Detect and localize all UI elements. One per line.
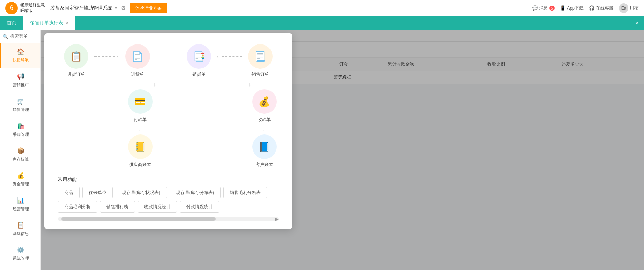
sidebar-item-purchase[interactable]: 🛍️ 采购管理 bbox=[0, 118, 40, 142]
content-area: ❓ 帮助 🖨 按模板打印 ▾ ↑ 导出 🔄 刷新 📅 bbox=[41, 30, 644, 270]
arrow-left-1: ← bbox=[217, 54, 242, 60]
sidebar-item-operation[interactable]: 📊 经营管理 bbox=[0, 192, 40, 217]
purchase-receipt-label: 进货单 bbox=[131, 71, 144, 77]
sales-order-icon: 📃 bbox=[248, 44, 273, 69]
top-right-area: 💬 消息 5 📱 App下载 🎧 在线客服 Ea 用友 bbox=[532, 3, 639, 13]
logo-icon: 6 bbox=[5, 2, 18, 14]
flow-row-1: 📋 进货订单 → 📄 进货单 📑 bbox=[58, 44, 279, 77]
flow-diagram: 📋 进货订单 → 📄 进货单 📑 bbox=[58, 44, 279, 170]
sidebar-item-label: 快捷导航 bbox=[13, 57, 29, 63]
basic-icon: 📋 bbox=[17, 221, 24, 229]
customer-ledger-icon: 📘 bbox=[252, 134, 277, 159]
payment-icon: 💳 bbox=[128, 89, 153, 114]
app-download-button[interactable]: 📱 App下载 bbox=[560, 5, 584, 11]
operation-icon: 📊 bbox=[17, 197, 24, 204]
arrow-left-head-icon: ← bbox=[216, 54, 222, 60]
trial-button[interactable]: 体验行业方案 bbox=[130, 3, 167, 13]
function-button[interactable]: 现存量(库存状况表) bbox=[116, 187, 167, 198]
sales-icon: 🛒 bbox=[17, 97, 24, 105]
service-icon: 🎧 bbox=[589, 5, 594, 11]
message-icon: 💬 bbox=[532, 5, 538, 11]
flow-node-supplier-ledger: 📒 供应商账本 bbox=[126, 134, 155, 168]
tab-close-icon[interactable]: × bbox=[66, 21, 68, 25]
flow-node-receipt: 💰 收款单 bbox=[250, 89, 279, 123]
sidebar-item-finance[interactable]: 💰 资金管理 bbox=[0, 167, 40, 192]
sidebar-item-label: 系统管理 bbox=[13, 256, 29, 262]
system-icon: ⚙️ bbox=[17, 246, 24, 254]
sidebar-item-system[interactable]: ⚙️ 系统管理 bbox=[0, 241, 40, 266]
receipt-icon: 💰 bbox=[252, 89, 277, 114]
tab-sales-order[interactable]: 销售订单执行表 × bbox=[23, 16, 75, 30]
marketing-icon: 📢 bbox=[17, 73, 24, 80]
purchase-icon: 🛍️ bbox=[17, 122, 24, 130]
tab-home[interactable]: 首页 bbox=[0, 16, 23, 30]
arrow-right-1: → bbox=[94, 54, 119, 60]
online-service-button[interactable]: 🎧 在线客服 bbox=[589, 5, 613, 11]
quick-nav-icon: 🏠 bbox=[17, 48, 24, 55]
function-button[interactable]: 商品毛利分析 bbox=[58, 201, 97, 213]
sidebar-item-label: 营销推广 bbox=[13, 82, 29, 88]
sidebar-item-label: 库存核算 bbox=[13, 157, 29, 162]
modal-scrollbar[interactable]: ▶ bbox=[58, 217, 279, 221]
function-button[interactable]: 往来单位 bbox=[82, 187, 113, 198]
receipt-label: 收款单 bbox=[258, 116, 271, 123]
avatar: Ea bbox=[619, 3, 628, 13]
search-menu-button[interactable]: 🔍 搜索菜单 bbox=[0, 30, 40, 43]
scrollbar-thumb[interactable] bbox=[61, 217, 216, 221]
main-layout: 🔍 搜索菜单 🏠 快捷导航 📢 营销推广 🛒 销售管理 🛍️ 采购管理 📦 库存… bbox=[0, 30, 644, 270]
purchase-order-label: 进货订单 bbox=[67, 71, 85, 77]
sidebar-item-marketing[interactable]: 📢 营销推广 bbox=[0, 68, 40, 93]
flow-node-purchase-order: 📋 进货订单 bbox=[58, 44, 94, 77]
function-button[interactable]: 收款情况统计 bbox=[138, 201, 177, 213]
top-bar: 6 畅康通好生意 旺辅版 装备及固定资产辅助管理系统 ▾ ⚙ 体验行业方案 💬 … bbox=[0, 0, 644, 16]
sidebar-item-inventory[interactable]: 📦 库存核算 bbox=[0, 142, 40, 167]
function-button[interactable]: 商品 bbox=[58, 187, 80, 198]
search-icon: 🔍 bbox=[3, 34, 8, 39]
function-button[interactable]: 现存量(库存分布表) bbox=[170, 187, 221, 198]
common-functions-title: 常用功能 bbox=[58, 177, 279, 183]
sidebar-item-label: 基础信息 bbox=[13, 231, 29, 237]
user-menu[interactable]: Ea 用友 bbox=[619, 3, 639, 13]
sidebar: 🔍 搜索菜单 🏠 快捷导航 📢 营销推广 🛒 销售管理 🛍️ 采购管理 📦 库存… bbox=[0, 30, 41, 270]
logo-area: 6 畅康通好生意 旺辅版 bbox=[5, 2, 46, 14]
flow-node-sales-invoice: 📑 销货单 bbox=[180, 44, 217, 77]
modal-overlay[interactable]: 📋 进货订单 → 📄 进货单 📑 bbox=[41, 30, 644, 270]
sidebar-item-label: 资金管理 bbox=[13, 181, 29, 187]
function-button[interactable]: 付款情况统计 bbox=[180, 201, 219, 213]
sidebar-item-label: 经营管理 bbox=[13, 206, 29, 212]
supplier-ledger-label: 供应商账本 bbox=[129, 162, 151, 168]
message-button[interactable]: 💬 消息 5 bbox=[532, 5, 555, 11]
logo-text: 畅康通好生意 旺辅版 bbox=[20, 3, 45, 13]
sidebar-item-enterprise[interactable]: 🤝 企业协同 bbox=[0, 266, 40, 270]
flow-node-sales-order: 📃 销售订单 bbox=[242, 44, 279, 77]
sales-order-label: 销售订单 bbox=[251, 71, 269, 77]
flow-node-purchase-receipt: 📄 进货单 bbox=[119, 44, 156, 77]
customer-ledger-label: 客户账本 bbox=[256, 162, 273, 168]
arrow-down-payment: ↓ bbox=[139, 126, 142, 133]
message-badge: 5 bbox=[549, 6, 555, 11]
function-button[interactable]: 销售排行榜 bbox=[100, 201, 135, 213]
flow-node-customer-ledger: 📘 客户账本 bbox=[250, 134, 279, 168]
purchase-receipt-icon: 📄 bbox=[125, 44, 150, 69]
flow-row-2: 💳 付款单 💰 收款单 bbox=[58, 89, 279, 123]
flow-row-3: 📒 供应商账本 📘 客户账本 bbox=[58, 134, 279, 168]
sales-invoice-label: 销货单 bbox=[192, 71, 206, 77]
sidebar-item-label: 销售管理 bbox=[13, 107, 29, 113]
close-all-tabs-button[interactable]: × bbox=[636, 20, 639, 26]
supplier-ledger-icon: 📒 bbox=[128, 134, 153, 159]
download-icon: 📱 bbox=[560, 5, 565, 11]
sidebar-item-basic[interactable]: 📋 基础信息 bbox=[0, 217, 40, 241]
sidebar-item-sales[interactable]: 🛒 销售管理 bbox=[0, 93, 40, 118]
scroll-right-arrow-icon[interactable]: ▶ bbox=[275, 216, 279, 222]
system-title: 装备及固定资产辅助管理系统 ▾ bbox=[50, 5, 117, 11]
function-button[interactable]: 销售毛利分析表 bbox=[223, 187, 267, 198]
flow-node-payment: 💳 付款单 bbox=[126, 89, 155, 123]
chevron-down-icon[interactable]: ▾ bbox=[115, 6, 117, 11]
settings-icon[interactable]: ⚙ bbox=[121, 5, 126, 11]
arrow-down-purchase: ↓ bbox=[153, 81, 156, 88]
arrow-down-sales: ↓ bbox=[248, 81, 251, 88]
sidebar-item-quick-nav[interactable]: 🏠 快捷导航 bbox=[0, 43, 40, 68]
finance-icon: 💰 bbox=[17, 172, 24, 179]
modal-dialog: 📋 进货订单 → 📄 进货单 📑 bbox=[44, 33, 292, 229]
purchase-order-icon: 📋 bbox=[64, 44, 88, 69]
